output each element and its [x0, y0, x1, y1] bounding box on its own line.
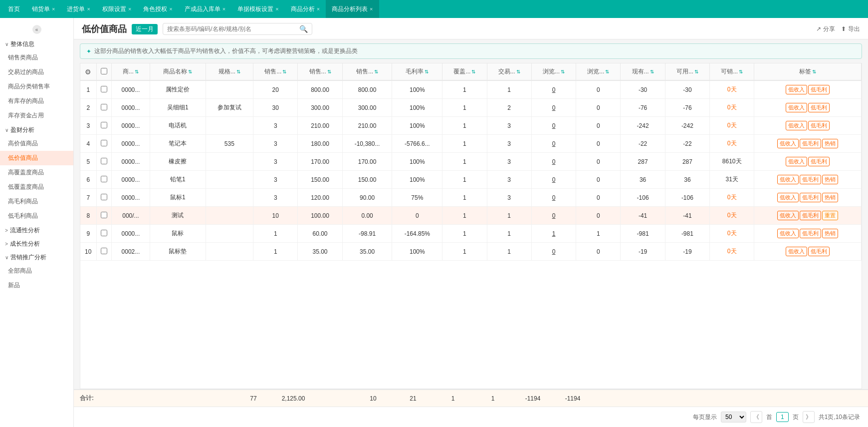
close-icon[interactable]: × — [370, 6, 373, 12]
close-icon[interactable]: × — [52, 6, 55, 12]
sidebar-item-high-coverage[interactable]: 高覆盖度商品 — [0, 165, 73, 180]
th-checkbox[interactable] — [96, 63, 111, 80]
sidebar-item-traded-products[interactable]: 交易过的商品 — [0, 65, 73, 79]
nav-template[interactable]: 单据模板设置 × — [231, 0, 284, 18]
row-views1[interactable]: 0 — [531, 207, 576, 225]
row-checkbox[interactable] — [96, 135, 111, 153]
row-checkbox[interactable] — [96, 80, 111, 99]
nav-purchase[interactable]: 进货单 × — [61, 0, 96, 18]
select-all-checkbox[interactable] — [101, 68, 107, 74]
close-icon[interactable]: × — [87, 6, 90, 12]
nav-roles[interactable]: 角色授权 × — [137, 0, 178, 18]
row-select-checkbox[interactable] — [101, 212, 107, 218]
sidebar-item-low-margin[interactable]: 低毛利商品 — [0, 209, 73, 223]
views-link[interactable]: 1 — [552, 230, 556, 237]
sort-icon[interactable]: ⇅ — [694, 69, 698, 74]
views-link[interactable]: 0 — [552, 122, 556, 129]
row-checkbox[interactable] — [96, 207, 111, 225]
time-filter-badge[interactable]: 近一月 — [132, 24, 158, 34]
close-icon[interactable]: × — [317, 6, 320, 12]
gear-icon[interactable]: ⚙ — [85, 68, 91, 76]
nav-sales[interactable]: 销货单 × — [26, 0, 61, 18]
row-checkbox[interactable] — [96, 153, 111, 171]
row-select-checkbox[interactable] — [101, 230, 107, 236]
row-views1[interactable]: 0 — [531, 243, 576, 261]
search-box[interactable]: 🔍 — [163, 23, 312, 35]
page-size-select[interactable]: 50 100 200 — [721, 412, 746, 423]
row-views1[interactable]: 1 — [531, 225, 576, 243]
sidebar-item-new-products[interactable]: 新品 — [0, 278, 73, 293]
row-checkbox[interactable] — [96, 243, 111, 261]
th-gear[interactable]: ⚙ — [80, 63, 96, 80]
row-views1[interactable]: 0 — [531, 189, 576, 207]
row-select-checkbox[interactable] — [101, 140, 107, 146]
sidebar-item-high-value[interactable]: 高价值商品 — [0, 136, 73, 151]
row-views1[interactable]: 0 — [531, 80, 576, 99]
views-link[interactable]: 0 — [552, 158, 556, 165]
sort-icon[interactable]: ⇅ — [425, 69, 429, 74]
sort-icon[interactable]: ⇅ — [188, 69, 192, 74]
sort-icon[interactable]: ⇅ — [812, 69, 816, 74]
current-page-number[interactable]: 1 — [776, 412, 789, 422]
row-select-checkbox[interactable] — [101, 158, 107, 164]
row-views1[interactable]: 0 — [531, 171, 576, 189]
collapse-button[interactable]: « — [32, 25, 41, 34]
row-views1[interactable]: 0 — [531, 99, 576, 117]
row-select-checkbox[interactable] — [101, 122, 107, 128]
row-checkbox[interactable] — [96, 99, 111, 117]
search-icon[interactable]: 🔍 — [299, 25, 308, 33]
views-link[interactable]: 0 — [552, 212, 556, 219]
views-link[interactable]: 0 — [552, 104, 556, 111]
sidebar-group-growth[interactable]: > 成长性分析 — [0, 237, 73, 250]
sidebar-group-overall[interactable]: ∨ 整体信息 — [0, 37, 73, 50]
nav-product-analysis[interactable]: 商品分析 × — [285, 0, 326, 18]
sidebar-item-sales-products[interactable]: 销售类商品 — [0, 50, 73, 65]
views-link[interactable]: 0 — [552, 194, 556, 201]
sort-icon[interactable]: ⇅ — [650, 69, 654, 74]
views-link[interactable]: 0 — [552, 86, 556, 93]
sidebar-item-high-margin[interactable]: 高毛利商品 — [0, 194, 73, 209]
row-checkbox[interactable] — [96, 225, 111, 243]
sidebar-group-profit[interactable]: ∨ 盈财分析 — [0, 123, 73, 136]
sort-icon[interactable]: ⇅ — [605, 69, 609, 74]
sort-icon[interactable]: ⇅ — [282, 69, 286, 74]
nav-home[interactable]: 首页 — [2, 0, 26, 18]
sort-icon[interactable]: ⇅ — [327, 69, 331, 74]
row-select-checkbox[interactable] — [101, 176, 107, 182]
sidebar-group-marketing[interactable]: ∨ 营销推广分析 — [0, 250, 73, 264]
sort-icon[interactable]: ⇅ — [374, 69, 378, 74]
row-select-checkbox[interactable] — [101, 194, 107, 200]
row-checkbox[interactable] — [96, 117, 111, 135]
last-page-button[interactable]: 》 — [803, 411, 815, 423]
close-icon[interactable]: × — [169, 6, 172, 12]
nav-product-entry[interactable]: 产成品入库单 × — [179, 0, 231, 18]
sidebar-item-category-rate[interactable]: 商品分类销售率 — [0, 79, 73, 94]
sort-icon[interactable]: ⇅ — [516, 69, 520, 74]
row-select-checkbox[interactable] — [101, 86, 107, 92]
search-input[interactable] — [167, 25, 297, 32]
share-button[interactable]: ↗ 分享 — [816, 25, 835, 33]
sort-icon[interactable]: ⇅ — [561, 69, 565, 74]
first-page-button[interactable]: 《 — [750, 411, 762, 423]
sidebar-item-low-value[interactable]: 低价值商品 — [0, 151, 73, 165]
sidebar-item-capital-occupy[interactable]: 库存资金占用 — [0, 108, 73, 123]
row-views1[interactable]: 0 — [531, 117, 576, 135]
views-link[interactable]: 0 — [552, 248, 556, 255]
views-link[interactable]: 0 — [552, 140, 556, 147]
nav-permissions[interactable]: 权限设置 × — [96, 0, 137, 18]
sort-icon[interactable]: ⇅ — [236, 69, 240, 74]
row-select-checkbox[interactable] — [101, 248, 107, 254]
row-select-checkbox[interactable] — [101, 104, 107, 110]
sidebar-group-circulation[interactable]: > 流通性分析 — [0, 223, 73, 237]
sidebar-item-low-coverage[interactable]: 低覆盖度商品 — [0, 180, 73, 194]
sidebar-item-stock-products[interactable]: 有库存的商品 — [0, 94, 73, 108]
close-icon[interactable]: × — [222, 6, 225, 12]
nav-product-analysis-list[interactable]: 商品分析列表 × — [326, 0, 379, 18]
row-checkbox[interactable] — [96, 189, 111, 207]
sidebar-item-all-products[interactable]: 全部商品 — [0, 264, 73, 278]
close-icon[interactable]: × — [275, 6, 278, 12]
export-button[interactable]: ⬆ 导出 — [841, 25, 860, 33]
views-link[interactable]: 0 — [552, 176, 556, 183]
row-views1[interactable]: 0 — [531, 135, 576, 153]
sort-icon[interactable]: ⇅ — [739, 69, 743, 74]
